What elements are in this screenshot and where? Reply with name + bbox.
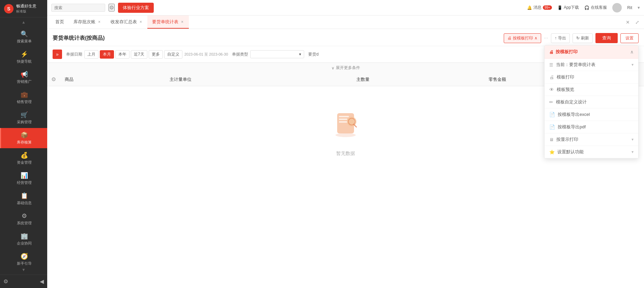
export-button[interactable]: ↑ 导出 [551,33,570,43]
dropdown-export-excel[interactable]: 📄 按模板导出excel [545,108,638,121]
date-btn-more[interactable]: 更多 [149,50,163,59]
filter-expand-button[interactable]: » [53,50,62,59]
dropdown-default-func[interactable]: ⭐ 设置默认功能 ▾ [545,146,638,158]
sidebar-item-shortcut[interactable]: ⚡ 快捷导航 [0,47,47,67]
default-func-left: ⭐ 设置默认功能 [549,149,584,155]
scroll-up-button[interactable]: ▲ [0,19,47,26]
display-print-arrow: ▾ [632,137,634,142]
headset-icon: 🎧 [584,5,589,10]
table-settings-icon[interactable]: ⚙ [51,76,56,82]
sidebar-item-finance[interactable]: 💰 资金管理 [0,148,47,168]
guide-icon: 🧭 [21,253,28,260]
system-icon: ⚙ [22,212,27,220]
template-preview-icon: 👁 [549,87,554,92]
date-btn-this-year[interactable]: 本年 [115,50,129,59]
avatar [612,3,622,12]
app-download-item[interactable]: 📱 App下载 [557,5,579,10]
date-btn-custom[interactable]: 自定义 [164,50,182,59]
sidebar-item-inventory[interactable]: 📦 库存核算 [0,128,47,148]
dropdown-export-pdf[interactable]: 📄 按模板导出pdf [545,121,638,133]
sidebar-item-operation[interactable]: 📊 经营管理 [0,168,47,189]
toolbar-more-icon[interactable]: ··· [544,35,548,41]
order-type-select[interactable]: ▾ [250,50,304,58]
export-pdf-icon: 📄 [549,124,555,130]
svg-rect-4 [339,121,348,123]
sidebar-settings-button[interactable]: ⚙ [3,278,8,285]
topbar-gear-button[interactable]: ⚙ [109,4,115,11]
tab-home-label: 首页 [55,19,64,25]
notification-label: 消息 [533,5,541,10]
print-template-button[interactable]: 🖨 按模板打印 ∧ [504,33,541,43]
marketing-icon: 📢 [21,71,28,78]
tab-order-stats-label: 要货单统计表 [152,19,178,25]
maximize-window-button[interactable]: ⤢ [633,19,641,26]
dropdown-current-left: ☰ 当前：要货单统计表 [549,62,595,68]
dropdown-template-print[interactable]: 🖨 模板打印 [545,71,638,84]
expand-more-button[interactable]: ∨ 展开更多条件 [331,65,360,71]
refresh-button[interactable]: ↻ 刷新 [573,33,593,43]
table-header-qty: 主数量 [352,73,485,86]
topbar-right: 🔔 消息 99+ 📱 App下载 🎧 在线客服 Rit ▾ [527,3,640,12]
refresh-icon: ↻ [576,36,580,40]
default-func-icon: ⭐ [549,150,555,155]
topbar: ⚙ 体验行业方案 🔔 消息 99+ 📱 App下载 🎧 在线客服 Rit ▾ [47,0,644,15]
online-service-label: 在线客服 [591,5,607,10]
username: Rit [627,5,632,10]
topbar-search-input[interactable] [51,4,105,12]
close-window-button[interactable]: ✕ [624,19,632,26]
sidebar-item-corp[interactable]: 🏢 企业协同 [0,229,47,249]
content: 要货单统计表(按商品) 🖨 按模板打印 ∧ ··· ↑ 导出 [47,29,644,288]
date-filter-label: 单据日期 [66,52,82,57]
printer-icon: 🖨 [507,36,511,40]
notification-item[interactable]: 🔔 消息 99+ [527,5,552,10]
basic-icon: 📋 [21,192,28,199]
dropdown-display-print[interactable]: 🖥 按显示打印 ▾ [545,133,638,146]
sidebar-item-sales[interactable]: 💼 销售管理 [0,88,47,108]
scroll-down-button[interactable]: ▼ [0,266,47,273]
date-btn-7days[interactable]: 近7天 [131,50,147,59]
tab-order-stats-close[interactable]: × [180,20,184,24]
svg-rect-2 [339,116,349,117]
date-filter: 上月 本月 本年 近7天 更多 自定义 [84,50,182,59]
setting-button[interactable]: 设置 [620,33,639,43]
dropdown-close-button[interactable]: ∧ [630,49,634,55]
require-goods-filter-group: 要货d [308,52,319,57]
page-container: 要货单统计表(按商品) 🖨 按模板打印 ∧ ··· ↑ 导出 [47,29,644,288]
notification-badge: 99+ [543,5,552,10]
sidebar-scroll-top[interactable]: ▲ [0,18,47,27]
dropdown-arrow-icon[interactable]: ▾ [638,5,640,10]
sidebar-scroll-bottom[interactable]: ▼ [0,265,47,275]
tab-home[interactable]: 首页 [51,15,69,29]
date-btn-this-month[interactable]: 本月 [100,50,114,59]
sidebar-item-system[interactable]: ⚙ 系统管理 [0,209,47,229]
display-print-icon: 🖥 [549,137,554,142]
sidebar-item-guide[interactable]: 🧭 新手引导 [0,249,47,265]
dropdown-current-template[interactable]: ☰ 当前：要货单统计表 ▾ [545,59,638,71]
print-btn-label: 按模板打印 [513,35,533,41]
tab-collection[interactable]: 收发存汇总表 × [106,15,147,29]
sidebar-item-basic[interactable]: 📋 基础信息 [0,189,47,209]
svg-rect-3 [339,119,347,120]
tab-batch[interactable]: 库存批次账 × [69,15,106,29]
sidebar-menu-button[interactable]: ◀ [40,278,44,285]
print-dropdown-menu: 🖨 按模板打印 ∧ ☰ 当前：要货单统计表 ▾ [544,45,639,159]
sidebar-item-search[interactable]: 🔍 搜索菜单 [0,27,47,47]
empty-icon [329,106,362,147]
sidebar-item-marketing[interactable]: 📢 营销推广 [0,67,47,88]
tab-batch-close[interactable]: × [97,20,101,24]
tab-order-stats[interactable]: 要货单统计表 × [147,15,189,29]
sidebar-bottom: ⚙ ◀ [0,275,47,288]
date-btn-last-month[interactable]: 上月 [84,50,98,59]
dropdown-template-preview[interactable]: 👁 模板预览 [545,84,638,96]
dropdown-template-design[interactable]: ✏ 模板自定义设计 [545,96,638,108]
tab-collection-close[interactable]: × [139,20,143,24]
online-service-item[interactable]: 🎧 在线客服 [584,5,607,10]
trial-button[interactable]: 体验行业方案 [118,3,154,13]
sales-icon: 💼 [21,91,28,98]
sidebar-item-purchase[interactable]: 🛒 采购管理 [0,108,47,128]
dropdown-printer-icon: 🖨 [549,50,554,55]
dropdown-title: 🖨 按模板打印 [549,49,578,55]
query-button[interactable]: 查询 [595,33,618,43]
tab-collection-label: 收发存汇总表 [111,19,137,25]
tab-batch-label: 库存批次账 [74,19,95,25]
